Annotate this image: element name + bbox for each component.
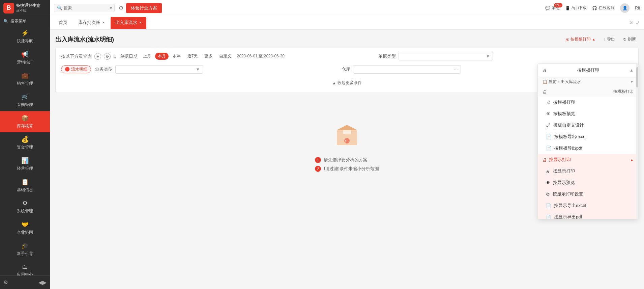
empty-tips: 1 请先选择要分析的方案 2 用[过滤]条件来缩小分析范围 (315, 157, 379, 172)
headset-icon: 🎧 (592, 6, 597, 10)
app-logo-icon: B (3, 3, 14, 14)
tab-expand-icon[interactable]: ⤢ (636, 20, 640, 26)
sidebar-collapse-btn[interactable]: ◀▶ (38, 279, 47, 286)
dropdown-item-export-excel-template[interactable]: 📄 按模板导出excel (538, 131, 638, 142)
template-section-icon: 🖨 (543, 89, 547, 94)
dropdown-header-chevron-up-icon[interactable]: ▲ (630, 68, 634, 73)
dropdown-template-section-header[interactable]: 🖨 按模板打印 (538, 87, 638, 97)
refresh-button[interactable]: ↻ 刷新 (620, 35, 639, 44)
search-icon: 🔍 (3, 19, 8, 24)
business-type-select-arrow-icon: ▼ (196, 67, 200, 72)
dropdown-display-section: 🖨 按显示打印 ▲ 🖨 按显示打印 👁 按显示预览 ⚙ (538, 154, 638, 219)
user-avatar[interactable]: 👤 (620, 3, 630, 13)
system-icon: ⚙ (22, 200, 28, 207)
settings-icon: ⚙ (106, 54, 109, 59)
sidebar-search-item[interactable]: 🔍 搜索菜单 (0, 16, 50, 26)
panel-scrollbar-thumb (636, 67, 638, 87)
topbar-search-chevron-icon[interactable]: ▼ (109, 6, 113, 10)
doc-type-select[interactable]: ▼ (399, 52, 493, 60)
filter-collapse-icon[interactable]: « (113, 54, 116, 59)
industry-solution-button[interactable]: 体验行业方案 (126, 3, 162, 13)
dropdown-item-design-template[interactable]: 🖊 模板自定义设计 (538, 120, 638, 131)
app-download-button[interactable]: 📱 App下载 (565, 5, 587, 11)
business-type-select[interactable]: ▼ (115, 65, 203, 74)
topbar-gear-icon[interactable]: ⚙ (119, 5, 123, 11)
date-tab-this-month[interactable]: 本月 (155, 53, 169, 60)
filter-label-group: 按以下方案查询 + ⚙ « (61, 53, 116, 60)
dropdown-item-print-display[interactable]: 🖨 按显示打印 (538, 165, 638, 177)
sidebar-item-quick-nav[interactable]: ⚡ 快捷导航 (0, 26, 50, 47)
username-label[interactable]: Rit (635, 6, 640, 10)
tab-flow[interactable]: 出入库流水 × (111, 17, 146, 29)
cooperation-icon: 🤝 (21, 221, 29, 228)
page-title: 出入库流水(流水明细) (55, 35, 114, 44)
dropdown-item-export-pdf-display[interactable]: 📄 按显示导出pdf (538, 211, 638, 219)
dropdown-item-print-template[interactable]: 🖨 按模板打印 (538, 97, 638, 108)
sidebar-item-inventory[interactable]: 📦 库存核算 (0, 111, 50, 132)
design-template-item-icon: 🖊 (546, 123, 551, 128)
display-section-icon: 🖨 (543, 157, 547, 162)
sidebar-item-operations[interactable]: 📊 经营管理 (0, 154, 50, 175)
export-icon: ↑ (604, 37, 606, 42)
date-tab-more[interactable]: 更多 (202, 53, 215, 60)
warehouse-select[interactable]: ··· (353, 65, 461, 74)
plus-icon: + (96, 54, 99, 59)
tab-batch-ledger-close[interactable]: × (102, 20, 105, 25)
app-logo-text: 畅捷通好生意 标准版 (16, 3, 40, 13)
sidebar-item-cooperation[interactable]: 🤝 企业协同 (0, 217, 50, 239)
date-tabs: 上月 本月 本年 近7天 更多 自定义 (140, 53, 234, 60)
content-area: 出入库流水(流水明细) 🖨 按模板打印 ▲ ↑ 导出 ↻ 刷新 (50, 30, 644, 289)
sidebar-item-app-center[interactable]: 🗂 应用中心 (0, 260, 50, 275)
current-chevron-down-icon[interactable]: ▼ (630, 80, 634, 84)
sidebar-item-marketing[interactable]: 📢 营销推广 (0, 47, 50, 69)
filter-settings-button[interactable]: ⚙ (104, 53, 111, 60)
date-tab-custom[interactable]: 自定义 (216, 53, 234, 60)
filter-tag-label: 流水明细 (71, 67, 87, 72)
display-section-chevron-up-icon[interactable]: ▲ (630, 158, 634, 162)
sidebar-nav: ⚡ 快捷导航 📢 营销推广 💼 销售管理 🛒 采购管理 📦 库存核算 💰 资金管… (0, 26, 50, 275)
dropdown-item-settings-display[interactable]: ⚙ 按显示打印设置 (538, 188, 638, 200)
date-filter-field: 单据日期 上月 本月 本年 近7天 更多 自定义 2023-06-01 至 20… (120, 53, 375, 60)
sidebar-item-guide[interactable]: 🎓 新手引导 (0, 239, 50, 260)
sidebar-item-finance[interactable]: 💰 资金管理 (0, 132, 50, 154)
online-service-button[interactable]: 🎧 在线客服 (592, 5, 615, 11)
topbar-search-input[interactable] (64, 6, 108, 10)
topbar-search-icon: 🔍 (57, 5, 62, 10)
export-excel-template-icon: 📄 (546, 134, 552, 139)
print-chevron-up-icon: ▲ (592, 37, 595, 41)
close-all-tabs-button[interactable]: × (629, 19, 633, 26)
print-template-button[interactable]: 🖨 按模板打印 ▲ (562, 35, 598, 44)
tab-flow-close[interactable]: × (139, 20, 142, 25)
guide-icon: 🎓 (21, 242, 29, 249)
doc-type-label: 单据类型 (378, 53, 396, 59)
svg-rect-2 (343, 130, 351, 134)
settings-display-icon: ⚙ (546, 192, 550, 197)
dropdown-item-export-excel-display[interactable]: 📄 按显示导出excel (538, 200, 638, 211)
dropdown-item-preview-template[interactable]: 👁 按模板预览 (538, 108, 638, 120)
collapse-chevron-icon: ▲ (332, 81, 336, 85)
dropdown-item-preview-display[interactable]: 👁 按显示预览 (538, 177, 638, 188)
dropdown-display-section-header[interactable]: 🖨 按显示打印 ▲ (538, 154, 638, 165)
sidebar-item-sales[interactable]: 💼 销售管理 (0, 69, 50, 90)
date-tab-7days[interactable]: 近7天 (185, 53, 201, 60)
date-tab-last-month[interactable]: 上月 (140, 53, 154, 60)
sidebar-item-purchase[interactable]: 🛒 采购管理 (0, 90, 50, 111)
current-icon: 📋 (543, 79, 548, 84)
export-button[interactable]: ↑ 导出 (601, 35, 618, 44)
filter-add-button[interactable]: + (94, 53, 101, 60)
warehouse-more-icon[interactable]: ··· (454, 67, 458, 72)
export-pdf-template-icon: 📄 (546, 146, 552, 151)
topbar-search-box[interactable]: 🔍 ▼ (54, 4, 115, 12)
print-template-icon: 🖨 (543, 68, 547, 73)
basic-info-icon: 📋 (21, 178, 29, 186)
date-tab-this-year[interactable]: 本年 (170, 53, 183, 60)
sidebar-item-basic-info[interactable]: 📋 基础信息 (0, 175, 50, 196)
sidebar-settings-btn[interactable]: ⚙ (3, 279, 8, 286)
sidebar-item-system[interactable]: ⚙ 系统管理 (0, 196, 50, 217)
dropdown-item-export-pdf-template[interactable]: 📄 按模板导出pdf (538, 142, 638, 154)
inventory-icon: 📦 (21, 114, 29, 122)
page-header: 出入库流水(流水明细) 🖨 按模板打印 ▲ ↑ 导出 ↻ 刷新 (55, 35, 639, 44)
tab-home[interactable]: 首页 (54, 17, 72, 29)
messages-button[interactable]: 💬 消息 99+ (545, 5, 560, 11)
tab-batch-ledger[interactable]: 库存批次账 × (74, 17, 109, 29)
